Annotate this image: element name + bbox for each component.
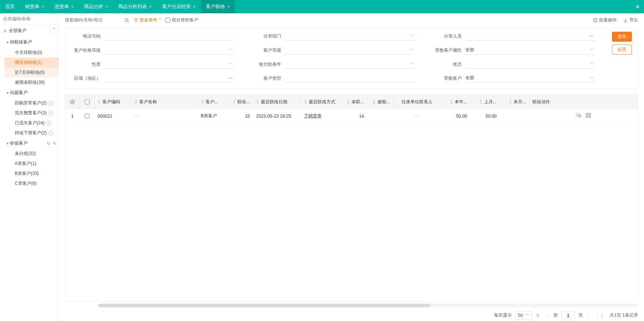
person-select[interactable]: ⋯ <box>465 32 595 41</box>
column-settings-button[interactable] <box>65 94 80 109</box>
sidebar-group-问题客户[interactable]: ▾问题客户 <box>4 87 59 98</box>
per-page-select[interactable]: 50 ﹀ <box>515 311 532 320</box>
field-label: 零散客户 <box>432 75 462 82</box>
scroll-thumb[interactable] <box>98 304 430 307</box>
close-icon[interactable]: × <box>227 4 230 9</box>
col-overdue[interactable]: ▲▼逾期... <box>367 94 393 109</box>
table-header: ▲▼客户编码 ▲▼客户名称 ▲▼客户... ▲▼联络... ▲▼最后联络日期 ▲… <box>65 94 638 109</box>
close-icon[interactable]: × <box>193 4 196 9</box>
page-last-button[interactable]: 〉| <box>596 312 603 318</box>
col-year[interactable]: ▲▼本年... <box>441 94 470 109</box>
chevron-down-icon: ﹀ <box>409 47 414 53</box>
cust-level-select[interactable]: ﹀ <box>285 46 414 55</box>
more-conditions-toggle[interactable]: 更多条件 ˄ <box>134 17 161 23</box>
paycond-select[interactable]: ﹀ <box>285 60 414 69</box>
horizontal-scrollbar[interactable] <box>65 303 638 308</box>
scatter-attr-select[interactable]: 全部﹀ <box>465 46 595 55</box>
sort-icon: ▲▼ <box>347 99 350 105</box>
page-next-button[interactable]: 〉 <box>587 312 592 318</box>
tab-客户分层经营[interactable]: 客户分层经营× <box>157 0 201 13</box>
tab-商品分析列表[interactable]: 商品分析列表× <box>113 0 157 13</box>
export-button[interactable]: 导出 <box>623 17 638 23</box>
advanced-filter-panel: 电话号码 分管部门﹀ 分管人员⋯ 客户价格等级﹀ 客户等级﹀ 零散客户属性全部﹀… <box>65 27 638 89</box>
page-first-button[interactable]: K <box>536 313 540 318</box>
row-checkbox[interactable] <box>80 109 95 123</box>
my-customers-checkbox[interactable]: 我分管的客户 <box>165 17 198 23</box>
status-select[interactable]: ﹀ <box>465 60 595 69</box>
nature-select[interactable]: ﹀ <box>104 60 234 69</box>
col-nocontact[interactable]: ▲▼未联... <box>342 94 367 109</box>
cell-way[interactable]: 下销货单 <box>301 109 342 123</box>
col-way[interactable]: ▲▼最后联络方式 <box>301 94 342 109</box>
region-select[interactable]: ⋯ <box>104 74 234 83</box>
col-code[interactable]: ▲▼客户编码 <box>95 94 132 109</box>
sidebar-item[interactable]: 明天待联络(1) <box>4 58 59 68</box>
close-icon[interactable]: × <box>42 4 44 9</box>
edit-icon[interactable]: ✎ <box>53 141 56 146</box>
tab-客户联络[interactable]: 客户联络× <box>201 0 235 13</box>
sidebar-search-input[interactable] <box>3 16 58 21</box>
main-search-input[interactable] <box>65 17 124 23</box>
sidebar-item[interactable]: 近7天待联络(0) <box>4 68 59 77</box>
filter-icon <box>134 18 138 23</box>
sidebar-collapse-button[interactable] <box>50 24 58 32</box>
cust-type-input[interactable] <box>285 74 414 83</box>
sidebar-item[interactable]: 回购异常客户(2) <box>4 98 59 108</box>
col-name[interactable]: ▲▼客户名称 <box>132 94 198 109</box>
batch-actions-button[interactable]: 批量操作 <box>593 17 617 23</box>
svg-line-3 <box>127 21 129 22</box>
close-icon[interactable]: × <box>149 4 152 9</box>
group-label: 待联络客户 <box>10 39 32 45</box>
batch-label: 批量操作 <box>599 17 617 23</box>
scatter-select[interactable]: 全部﹀ <box>465 74 595 83</box>
col-date[interactable]: ▲▼最后联络日期 <box>253 94 301 109</box>
sidebar-item[interactable]: 已流失客户(24) <box>4 118 59 128</box>
chevron-down-icon: ﹀ <box>409 61 414 67</box>
select-all-checkbox[interactable] <box>80 94 95 109</box>
page-prev-button[interactable]: 〈 <box>544 312 550 318</box>
tab-进货单[interactable]: 进货单× <box>49 0 79 13</box>
sidebar-item[interactable]: B类客户(33) <box>4 169 59 179</box>
my-customers-input[interactable] <box>165 18 170 23</box>
refresh-icon[interactable]: ↻ <box>47 141 50 146</box>
table-row[interactable]: 1 000021 — B类客户 15 2023-05-23 18:25: 下销货… <box>65 109 638 123</box>
tabs-close-all[interactable]: ✕ <box>631 0 644 13</box>
col-thism[interactable]: ▲▼本月... <box>500 94 529 109</box>
sidebar-item[interactable]: 流失预警客户(3) <box>4 108 59 118</box>
caret-down-icon: ▾ <box>7 91 8 95</box>
last-way-link[interactable]: 下销货单 <box>304 113 322 119</box>
tab-商品分析[interactable]: 商品分析× <box>79 0 113 13</box>
settings-button[interactable]: 设置 <box>612 45 632 55</box>
close-icon[interactable]: × <box>105 4 108 9</box>
phone-input[interactable] <box>104 32 234 41</box>
field-label: 分管部门 <box>252 33 281 39</box>
col-contact[interactable]: 往来单位联系人 <box>393 94 441 109</box>
query-button[interactable]: 查询 <box>612 32 632 42</box>
col-lastm[interactable]: ▲▼上月... <box>470 94 500 109</box>
sidebar-item[interactable]: 未分组(32) <box>4 149 59 159</box>
sidebar-all-customers[interactable]: ⁞⁞ 全部客户 <box>0 24 59 37</box>
sidebar-item[interactable]: 持续下滑客户(2) <box>4 128 59 138</box>
page-input[interactable] <box>561 311 575 319</box>
price-level-select[interactable]: ﹀ <box>104 46 234 55</box>
tab-首页[interactable]: 首页 <box>0 0 20 13</box>
per-page-value: 50 <box>518 313 523 318</box>
close-icon[interactable]: × <box>71 4 74 9</box>
col-custx[interactable]: ▲▼客户... <box>198 94 227 109</box>
wechat-icon[interactable] <box>576 113 582 120</box>
dept-select[interactable]: ﹀ <box>285 32 414 41</box>
sidebar-group-待联络客户[interactable]: ▾待联络客户 <box>4 37 59 48</box>
cell-action <box>529 109 638 123</box>
cell-year: 50.00 <box>441 109 470 123</box>
search-icon[interactable] <box>124 18 129 23</box>
sidebar-item[interactable]: 逾期未联络(30) <box>4 77 59 87</box>
sidebar-group-价值客户[interactable]: ▾价值客户↻✎ <box>4 138 59 149</box>
col-contactx[interactable]: ▲▼联络... <box>227 94 253 109</box>
sidebar-item[interactable]: 今天待联络(0) <box>4 48 59 58</box>
sidebar-item[interactable]: A类客户(1) <box>4 159 59 169</box>
qrcode-icon[interactable] <box>585 113 591 120</box>
sidebar-item[interactable]: C类客户(6) <box>4 179 59 189</box>
tab-销货单[interactable]: 销货单× <box>20 0 49 13</box>
chevron-down-icon: ﹀ <box>229 61 233 67</box>
cell-thism <box>500 109 529 123</box>
